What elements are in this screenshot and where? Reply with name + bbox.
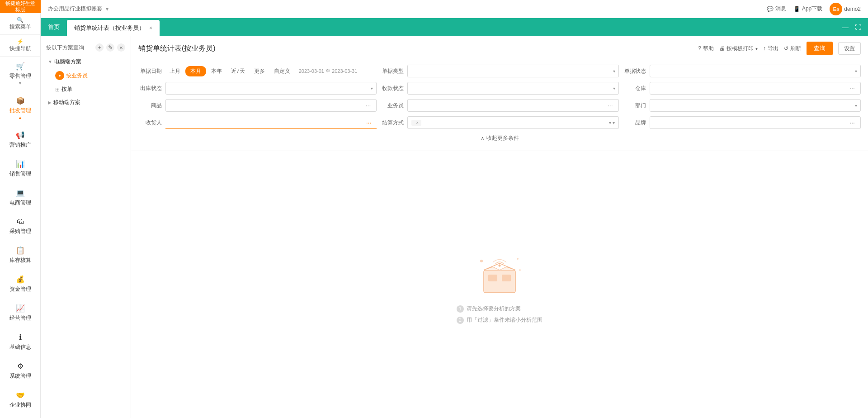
settle-input-area: × ▾ — [407, 116, 618, 129]
sidebar-logo[interactable]: 畅捷通好生意 标版 — [0, 0, 41, 13]
receiver-dots-button[interactable]: ··· — [364, 119, 373, 126]
page-header: 销货单统计表(按业务员) ? 帮助 🖨 按模板打印 ▾ ↑ 导出 — [131, 36, 868, 59]
receiver-input[interactable] — [165, 119, 364, 126]
collapse-panel-button[interactable]: « — [117, 43, 125, 52]
out-status-select-wrapper — [165, 82, 377, 95]
topbar-dropdown-icon[interactable]: ▾ — [106, 6, 108, 12]
goods-label: 商品 — [138, 102, 162, 109]
topbar-title: 办公用品行业模拟账套 — [48, 5, 102, 13]
help-button[interactable]: ? 帮助 — [698, 45, 714, 52]
goods-dots-button[interactable]: ··· — [364, 102, 373, 109]
sidebar-item-system[interactable]: ⚙ 系统管理 — [0, 356, 40, 385]
date-current-month[interactable]: 本月 — [185, 66, 206, 76]
dept-label: 部门 — [623, 102, 646, 109]
empty-svg — [472, 245, 527, 299]
tab-minimize-icon[interactable]: — — [841, 23, 850, 32]
tree-desktop-group[interactable]: ▼ 电脑端方案 — [41, 55, 131, 68]
print-button[interactable]: 🖨 按模板打印 ▾ — [719, 45, 758, 52]
collapse-filter-button[interactable]: ∧ 收起更多条件 — [138, 132, 861, 145]
left-panel-header: 按以下方案查询 + ✎ « — [41, 40, 131, 55]
empty-step-2: 2 用「过滤」条件来缩小分析范围 — [457, 316, 542, 324]
export-button[interactable]: ↑ 导出 — [763, 45, 778, 52]
left-panel-title: 按以下方案查询 — [46, 44, 84, 52]
page-title: 销货单统计表(按业务员) — [138, 44, 216, 53]
warehouse-input-area: ··· — [650, 82, 861, 95]
sidebar: 畅捷通好生意 标版 🔍 搜索菜单 ⚡ 快捷导航 🛒 零售管理 ▼ 📦 批发管理 … — [0, 0, 41, 418]
date-last-month[interactable]: 上月 — [165, 66, 184, 76]
tab-expand-icon[interactable]: ⛶ — [854, 23, 863, 32]
dept-select[interactable] — [650, 99, 861, 112]
tree-mobile-group[interactable]: ▶ 移动端方案 — [41, 96, 131, 109]
date-more[interactable]: 更多 — [250, 66, 269, 76]
doc-status-select-wrapper — [650, 65, 861, 77]
pay-status-select[interactable] — [407, 82, 618, 95]
message-icon: 💬 — [767, 6, 774, 12]
page-actions: ? 帮助 🖨 按模板打印 ▾ ↑ 导出 ↺ 刷新 — [698, 42, 861, 55]
tab-close-icon[interactable]: × — [149, 25, 152, 31]
marketing-icon: 📢 — [16, 131, 25, 139]
salesman-input-area: ··· — [407, 99, 618, 112]
date-current-year[interactable]: 本年 — [207, 66, 226, 76]
goods-input-area: ··· — [165, 99, 377, 112]
tab-sales-stat[interactable]: 销货单统计表（按业务员） × — [67, 20, 160, 36]
tree-item-by-salesman[interactable]: ● 按业务员 — [41, 68, 131, 83]
step2-text: 用「过滤」条件来缩小分析范围 — [467, 316, 542, 324]
svg-rect-0 — [484, 270, 515, 293]
help-icon: ? — [698, 45, 701, 52]
app-download-button[interactable]: 📱 App下载 — [793, 5, 822, 13]
tab-home[interactable]: 首页 — [41, 18, 67, 36]
date-custom[interactable]: 自定义 — [270, 66, 294, 76]
query-button[interactable]: 查询 — [807, 42, 833, 55]
receiver-input-area: ··· — [165, 116, 377, 129]
sidebar-item-wholesale[interactable]: 📦 批发管理 ▲ — [0, 91, 40, 125]
sidebar-item-inventory[interactable]: 📋 库存核算 — [0, 241, 40, 270]
print-icon: 🖨 — [719, 45, 725, 52]
step1-text: 请先选择要分析的方案 — [467, 305, 521, 313]
sidebar-item-purchase[interactable]: 🛍 采购管理 — [0, 212, 40, 241]
user-avatar-area[interactable]: Ea demo2 — [830, 3, 861, 15]
warehouse-dots-button[interactable]: ··· — [848, 85, 857, 92]
brand-dots-button[interactable]: ··· — [848, 119, 857, 126]
sidebar-item-ecommerce[interactable]: 💻 电商管理 — [0, 183, 40, 212]
svg-point-5 — [519, 269, 521, 271]
refresh-button[interactable]: ↺ 刷新 — [784, 45, 801, 52]
dept-select-wrapper — [650, 99, 861, 112]
tree-mobile-label: 移动端方案 — [53, 99, 80, 106]
svg-point-6 — [499, 265, 501, 267]
system-icon: ⚙ — [17, 362, 24, 370]
topbar: 办公用品行业模拟账套 ▾ 💬 消息 📱 App下载 Ea demo2 — [41, 0, 868, 18]
svg-point-3 — [480, 260, 483, 262]
settings-button[interactable]: 设置 — [838, 42, 861, 55]
doc-status-select[interactable] — [650, 65, 861, 77]
tabbar: 首页 销货单统计表（按业务员） × — ⛶ — [41, 18, 868, 36]
brand-label: 品牌 — [623, 119, 646, 127]
message-button[interactable]: 💬 消息 — [767, 5, 786, 13]
sidebar-quick-nav[interactable]: ⚡ 快捷导航 — [0, 35, 40, 57]
finance-icon: 💰 — [16, 275, 25, 284]
inventory-icon: 📋 — [16, 246, 25, 255]
sidebar-item-basic-info[interactable]: ℹ 基础信息 — [0, 328, 40, 356]
doc-type-select[interactable] — [407, 65, 618, 77]
sidebar-item-retail[interactable]: 🛒 零售管理 ▼ — [0, 57, 40, 91]
empty-step-1: 1 请先选择要分析的方案 — [457, 305, 542, 313]
retail-icon: 🛒 — [16, 62, 25, 71]
print-dropdown-icon: ▾ — [755, 46, 758, 51]
empty-steps: 1 请先选择要分析的方案 2 用「过滤」条件来缩小分析范围 — [457, 305, 542, 324]
add-scheme-button[interactable]: + — [95, 43, 104, 52]
sidebar-item-marketing[interactable]: 📢 营销推广 — [0, 125, 40, 154]
settle-tag-close-button[interactable]: × — [416, 120, 419, 125]
content-area: 按以下方案查询 + ✎ « ▼ 电脑端方案 ● 按业务员 ⊞ 按单 ▶ — [41, 36, 868, 418]
sidebar-search[interactable]: 🔍 搜索菜单 — [0, 13, 40, 35]
tree-order-icon: ⊞ — [55, 86, 60, 93]
sidebar-item-guide[interactable]: 🎯 新手引导 — [0, 414, 40, 418]
tree-item-by-order[interactable]: ⊞ 按单 — [41, 83, 131, 96]
sidebar-item-enterprise[interactable]: 🤝 企业协同 — [0, 385, 40, 414]
date-last-7days[interactable]: 近7天 — [227, 66, 249, 76]
salesman-dots-button[interactable]: ··· — [606, 102, 615, 109]
edit-scheme-button[interactable]: ✎ — [106, 43, 114, 52]
step2-num: 2 — [457, 317, 464, 324]
sidebar-item-sales[interactable]: 📊 销售管理 — [0, 154, 40, 183]
sidebar-item-finance[interactable]: 💰 资金管理 — [0, 270, 40, 299]
sidebar-item-operations[interactable]: 📈 经营管理 — [0, 299, 40, 328]
out-status-select[interactable] — [165, 82, 377, 95]
